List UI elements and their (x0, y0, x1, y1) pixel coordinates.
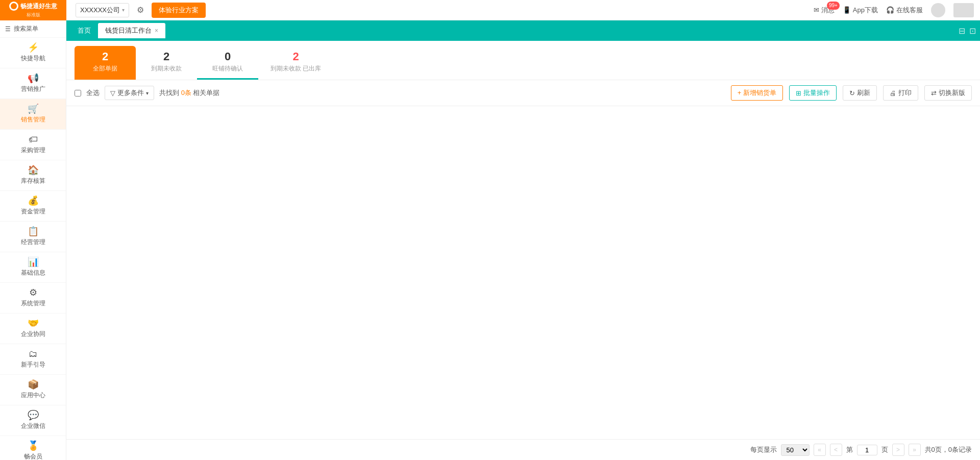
quick-nav-label: 快捷导航 (21, 54, 45, 63)
sales-label: 销售管理 (21, 115, 45, 124)
sidebar-item-finance[interactable]: 💰 资金管理 (0, 191, 66, 222)
last-page-button[interactable]: » (909, 444, 921, 456)
first-page-icon: « (818, 446, 821, 453)
chevron-down-icon: ▾ (122, 7, 125, 13)
logo-area: 畅捷通好生意 标准版 (0, 0, 66, 20)
filter-label: 更多条件 (117, 88, 144, 98)
tab-close-icon[interactable]: × (155, 27, 158, 34)
stats-row: 2 全部单据 2 到期未收款 0 旺铺待确认 2 到期未收款 已出库 (66, 41, 980, 80)
main-content: 2 全部单据 2 到期未收款 0 旺铺待确认 2 到期未收款 已出库 全选 ▽ … (66, 41, 980, 460)
sidebar-item-app-center[interactable]: 📦 应用中心 (0, 375, 66, 405)
sidebar-item-quick-nav[interactable]: ⚡ 快捷导航 (0, 38, 66, 68)
tab-bar: 首页 钱货日清工作台 × ⊟ ⊡ (66, 20, 980, 41)
print-icon: 🖨 (890, 89, 896, 97)
message-item[interactable]: ✉ 消息 99+ (814, 6, 835, 15)
page-suffix: 页 (881, 445, 888, 454)
stat-overdue-shipped-num: 2 (271, 50, 321, 63)
per-page-select[interactable]: 50 10 20 100 (781, 444, 810, 456)
page-input[interactable] (857, 445, 877, 455)
refresh-button[interactable]: ↻ 刷新 (843, 85, 877, 101)
switch-version-button[interactable]: ⇄ 切换新版 (924, 85, 972, 101)
toolbar-left: 全选 ▽ 更多条件 ▾ 共找到 0条 相关单据 (75, 86, 725, 100)
stat-overdue-shipped-label: 到期未收款 已出库 (271, 64, 321, 73)
sidebar-item-member[interactable]: 🏅 畅会员 (0, 436, 66, 460)
settings-button[interactable]: ⚙ (133, 3, 148, 17)
tab-workbench-label: 钱货日清工作台 (105, 26, 152, 35)
app-icon: 📱 (843, 6, 851, 14)
logo-subtitle: 标准版 (27, 12, 40, 18)
filter-icon: ▽ (110, 89, 115, 97)
first-page-button[interactable]: « (814, 444, 826, 456)
menu-icon: ☰ (5, 26, 11, 33)
print-label: 打印 (898, 88, 912, 98)
sidebar-item-wechat[interactable]: 💬 企业微信 (0, 405, 66, 436)
found-text: 共找到 0条 相关单据 (159, 88, 219, 98)
member-icon: 🏅 (28, 441, 39, 450)
cooperation-icon: 🤝 (28, 319, 39, 328)
stat-pending-label: 旺铺待确认 (209, 64, 246, 73)
guide-icon: 🗂 (29, 349, 38, 358)
marketing-icon: 📢 (28, 74, 39, 83)
page-label: 第 (846, 445, 853, 454)
batch-operation-button[interactable]: ⊞ 批量操作 (789, 85, 837, 101)
refresh-label: 刷新 (857, 88, 870, 98)
sidebar-item-basic-info[interactable]: 📊 基础信息 (0, 252, 66, 283)
company-selector[interactable]: XXXXXX公司 ▾ (76, 3, 129, 17)
online-service-item[interactable]: 🎧 在线客服 (886, 6, 923, 15)
tab-maximize-button[interactable]: ⊡ (969, 26, 976, 36)
found-count: 0条 (181, 89, 191, 96)
message-badge: 99+ (827, 2, 840, 10)
system-label: 系统管理 (21, 299, 45, 308)
cooperation-label: 企业协同 (21, 330, 45, 338)
sidebar-item-cooperation[interactable]: 🤝 企业协同 (0, 313, 66, 344)
sidebar-item-sales[interactable]: 🛒 销售管理 (0, 99, 66, 130)
sidebar-item-system[interactable]: ⚙ 系统管理 (0, 283, 66, 313)
next-page-icon: > (896, 446, 900, 453)
stat-overdue-label: 到期未收款 (148, 64, 185, 73)
batch-label: 批量操作 (803, 88, 830, 98)
avatar[interactable] (931, 3, 945, 17)
stat-pending-num: 0 (209, 50, 246, 63)
found-prefix: 共找到 (159, 89, 179, 96)
tab-home[interactable]: 首页 (70, 23, 98, 38)
next-page-button[interactable]: > (892, 444, 904, 456)
refresh-icon: ↻ (849, 89, 855, 97)
stat-overdue[interactable]: 2 到期未收款 (136, 46, 197, 80)
member-label: 畅会员 (24, 452, 42, 460)
app-download-label: App下载 (853, 6, 878, 15)
sidebar-item-operations[interactable]: 📋 经营管理 (0, 222, 66, 252)
tab-home-label: 首页 (78, 26, 91, 35)
user-info[interactable] (953, 3, 974, 17)
basic-info-label: 基础信息 (21, 269, 45, 277)
pagination-bar: 每页显示 50 10 20 100 « < 第 页 > » 共0页，0条记录 (66, 439, 980, 460)
company-name: XXXXXX公司 (80, 6, 120, 15)
prev-page-icon: < (834, 446, 838, 453)
prev-page-button[interactable]: < (830, 444, 842, 456)
sidebar-search[interactable]: ☰ 搜索菜单 (0, 20, 66, 38)
app-center-label: 应用中心 (21, 391, 45, 400)
print-button[interactable]: 🖨 打印 (883, 85, 918, 101)
switch-icon: ⇄ (931, 89, 937, 97)
marketing-label: 营销推广 (21, 85, 45, 93)
experience-button[interactable]: 体验行业方案 (152, 3, 206, 18)
stat-overdue-shipped[interactable]: 2 到期未收款 已出库 (258, 46, 333, 80)
last-page-icon: » (913, 446, 916, 453)
select-all-label: 全选 (86, 88, 100, 98)
logo-ball (9, 2, 18, 11)
sidebar-item-guide[interactable]: 🗂 新手引导 (0, 344, 66, 375)
stat-pending[interactable]: 0 旺铺待确认 (197, 46, 258, 80)
app-download-item[interactable]: 📱 App下载 (843, 6, 878, 15)
sidebar-item-marketing[interactable]: 📢 营销推广 (0, 68, 66, 99)
sidebar-item-purchase[interactable]: 🏷 采购管理 (0, 130, 66, 160)
online-service-label: 在线客服 (896, 6, 923, 15)
logo-title: 畅捷通好生意 (20, 2, 57, 11)
stat-all[interactable]: 2 全部单据 (75, 46, 136, 80)
sales-icon: 🛒 (28, 104, 39, 113)
tab-minimize-button[interactable]: ⊟ (959, 26, 965, 36)
filter-button[interactable]: ▽ 更多条件 ▾ (105, 86, 154, 100)
select-all-checkbox[interactable] (75, 90, 81, 96)
tab-workbench[interactable]: 钱货日清工作台 × (98, 23, 165, 38)
add-sales-order-button[interactable]: + 新增销货单 (731, 85, 783, 101)
inventory-icon: 🏠 (28, 165, 39, 175)
sidebar-item-inventory[interactable]: 🏠 库存核算 (0, 160, 66, 191)
